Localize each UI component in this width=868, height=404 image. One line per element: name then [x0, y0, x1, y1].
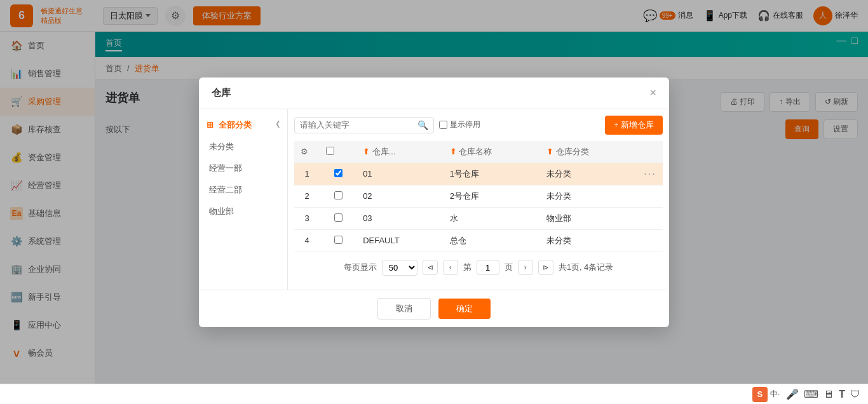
modal-title: 仓库 — [212, 87, 231, 99]
per-page-label: 每页显示 — [344, 262, 377, 273]
row-code: DEFAULT — [356, 229, 444, 252]
category-panel: ⊞ 全部分类 《 未分类 经营一部 经营二部 物业部 — [199, 109, 288, 290]
mic-icon[interactable]: 🎤 — [786, 388, 799, 400]
row-select-checkbox[interactable] — [334, 191, 342, 199]
row-name: 总仓 — [444, 229, 541, 252]
collapse-btn[interactable]: 《 — [272, 119, 280, 130]
table-row: 1 01 1号仓库 未分类 ··· — [294, 163, 663, 185]
table-toolbar: 🔍 显示停用 + 新增仓库 — [294, 116, 663, 135]
row-select-checkbox[interactable] — [334, 213, 342, 222]
page-input[interactable] — [477, 260, 499, 275]
col-checkbox — [320, 141, 356, 163]
row-num: 3 — [294, 207, 320, 229]
last-page-btn[interactable]: ⊳ — [538, 260, 553, 275]
modal-body: ⊞ 全部分类 《 未分类 经营一部 经营二部 物业部 🔍 — [199, 109, 669, 290]
row-checkbox[interactable] — [320, 229, 356, 252]
page-unit: 页 — [505, 262, 513, 273]
select-all-checkbox[interactable] — [326, 147, 334, 155]
per-page-select[interactable]: 50 10 20 100 — [382, 260, 417, 276]
modal-header: 仓库 × — [199, 77, 669, 109]
row-num: 1 — [294, 163, 320, 185]
keyboard-icon[interactable]: ⌨ — [804, 388, 818, 400]
row-category: 未分类 — [540, 163, 637, 185]
add-warehouse-btn[interactable]: + 新增仓库 — [605, 116, 663, 135]
modal-overlay: 仓库 × ⊞ 全部分类 《 未分类 经营一部 经营二部 物业部 — [0, 0, 868, 404]
col-actions — [637, 141, 663, 163]
row-category: 未分类 — [540, 185, 637, 207]
search-icon[interactable]: 🔍 — [417, 120, 428, 130]
table-row: 2 02 2号仓库 未分类 — [294, 185, 663, 207]
row-code: 01 — [356, 163, 444, 185]
col-name[interactable]: ⬆ 仓库名称 — [444, 141, 541, 163]
row-actions-cell — [637, 207, 663, 229]
confirm-btn[interactable]: 确定 — [438, 299, 491, 319]
row-select-checkbox[interactable] — [334, 236, 342, 244]
modal-close-btn[interactable]: × — [649, 86, 656, 100]
bottom-bar: S 中· 🎤 ⌨ 🖥 T 🛡 — [0, 384, 868, 404]
show-disabled-checkbox[interactable] — [439, 121, 447, 129]
row-name: 1号仓库 — [444, 163, 541, 185]
warehouse-table: ⚙ ⬆ 仓库... ⬆ 仓库名称 — [294, 141, 663, 252]
page-total: 共1页, 4条记录 — [559, 262, 614, 273]
page-label: 第 — [463, 262, 471, 273]
settings-icon[interactable]: ⚙ — [301, 147, 308, 156]
cat-item-dept2[interactable]: 经营二部 — [199, 179, 287, 201]
row-code: 02 — [356, 185, 444, 207]
warehouse-modal: 仓库 × ⊞ 全部分类 《 未分类 经营一部 经营二部 物业部 — [199, 77, 669, 327]
row-actions-cell: ··· — [637, 163, 663, 185]
cancel-btn[interactable]: 取消 — [377, 298, 431, 320]
search-input[interactable] — [300, 120, 417, 130]
col-code[interactable]: ⬆ 仓库... — [356, 141, 444, 163]
row-more-btn[interactable]: ··· — [644, 168, 656, 179]
row-num: 4 — [294, 229, 320, 252]
row-actions-cell — [637, 229, 663, 252]
cat-item-dept1[interactable]: 经营一部 — [199, 158, 287, 179]
next-page-btn[interactable]: › — [518, 260, 533, 275]
row-category: 未分类 — [540, 229, 637, 252]
row-num: 2 — [294, 185, 320, 207]
table-row: 4 DEFAULT 总仓 未分类 — [294, 229, 663, 252]
table-panel: 🔍 显示停用 + 新增仓库 ⚙ — [288, 109, 669, 290]
col-category[interactable]: ⬆ 仓库分类 — [540, 141, 637, 163]
row-checkbox[interactable] — [320, 163, 356, 185]
text-icon[interactable]: T — [839, 389, 845, 400]
row-category: 物业部 — [540, 207, 637, 229]
category-header[interactable]: ⊞ 全部分类 《 — [199, 114, 287, 136]
table-row: 3 03 水 物业部 — [294, 207, 663, 229]
row-name: 2号仓库 — [444, 185, 541, 207]
table-header-row: ⚙ ⬆ 仓库... ⬆ 仓库名称 — [294, 141, 663, 163]
bottom-logo-label: 中· — [770, 389, 780, 400]
shield-icon[interactable]: 🛡 — [850, 389, 860, 400]
cat-item-property[interactable]: 物业部 — [199, 201, 287, 222]
row-checkbox[interactable] — [320, 185, 356, 207]
col-settings: ⚙ — [294, 141, 320, 163]
row-checkbox[interactable] — [320, 207, 356, 229]
pagination: 每页显示 50 10 20 100 ⊲ ‹ 第 页 › ⊳ 共1页, 4条记录 — [294, 252, 663, 283]
row-name: 水 — [444, 207, 541, 229]
prev-page-btn[interactable]: ‹ — [443, 260, 458, 275]
s-logo-icon: S — [752, 387, 768, 402]
bottom-logo: S 中· — [752, 387, 780, 402]
grid-icon: ⊞ — [207, 120, 214, 130]
row-code: 03 — [356, 207, 444, 229]
bottom-icons: 🎤 ⌨ 🖥 T 🛡 — [786, 388, 860, 400]
row-select-checkbox[interactable] — [334, 169, 342, 177]
cat-item-unclassified[interactable]: 未分类 — [199, 136, 287, 158]
row-actions-cell — [637, 185, 663, 207]
modal-footer: 取消 确定 — [199, 290, 669, 327]
show-disabled-toggle[interactable]: 显示停用 — [439, 119, 480, 130]
monitor-icon[interactable]: 🖥 — [824, 389, 834, 400]
first-page-btn[interactable]: ⊲ — [423, 260, 438, 275]
search-wrap: 🔍 — [294, 117, 434, 133]
